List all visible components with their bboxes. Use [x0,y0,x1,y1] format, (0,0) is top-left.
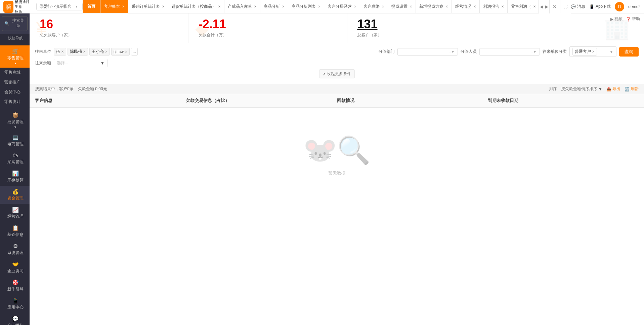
tab-product-analysis-list[interactable]: 商品分析列表 ✕ [288,0,324,13]
user-avatar[interactable]: D [615,2,624,11]
newbie-icon: 🎯 [12,279,19,286]
sidebar-item-finance[interactable]: 💰 资金管理 [0,186,30,204]
stat-info-total: 131 总客户（家） [357,18,382,38]
close-icon[interactable]: ✕ [254,5,257,8]
tag-close-cj[interactable]: ✕ [125,50,127,53]
tab-home[interactable]: 首页 [83,0,100,13]
close-icon[interactable]: ✕ [218,5,221,8]
close-icon[interactable]: ✕ [318,5,320,8]
tab-fullscreen[interactable]: ⛶ [560,0,571,13]
amount-filter-label: 往来余额 [35,60,51,66]
tab-purchase-order-stats[interactable]: 采购订单统计表 ✕ [128,0,168,13]
close-icon[interactable]: ✕ [162,5,165,8]
sidebar-item-inventory[interactable]: 📊 库存核算 [0,168,30,186]
person-select-dots[interactable]: ··· [529,49,533,54]
tab-customer-ledger[interactable]: 客户账本 ✕ [100,0,128,13]
sidebar-item-operations[interactable]: 📈 经营管理 [0,204,30,222]
dept-select-dots[interactable]: ··· [447,49,451,54]
filter-row-2: 往来余额 选择... ▼ [35,59,639,67]
query-button[interactable]: 查询 [619,47,639,57]
unit-type-tag-normal: 普通客户 ✕ [572,48,597,56]
tab-inbound-stats[interactable]: 进货单统计表（按商品） ✕ [168,0,224,13]
help-btn[interactable]: ❓ 帮助 [626,16,640,22]
close-icon[interactable]: ✕ [354,5,356,8]
username-label[interactable]: demo2 [628,4,641,9]
tab-add-commission[interactable]: 新增提成方案 ✕ [416,0,452,13]
finance-icon: 💰 [12,188,19,195]
sidebar-item-purchase[interactable]: 🛍 采购管理 [0,150,30,168]
basic-info-icon: 📋 [12,225,19,231]
dept-select[interactable]: ··· ▼ [397,48,458,56]
sidebar-item-wechat[interactable]: 💬 企业微信 [0,313,30,325]
tab-customer-tier[interactable]: 客户分层经营 ✕ [324,0,360,13]
message-btn[interactable]: 💬 消息 [571,4,585,9]
unit-tag-wang: 王小亮 ✕ [89,48,110,56]
close-icon[interactable]: ✕ [122,5,125,8]
search-result-actions: 排序：按欠款金额倒序排序 ▼ 📤 导出 🔄 刷新 [549,86,639,92]
tab-business-overview[interactable]: 经营情况 ✕ [452,0,480,13]
sidebar-item-enterprise-collab[interactable]: 🤝 企业协同 [0,258,30,277]
refresh-button[interactable]: 🔄 刷新 [625,86,639,92]
tab-close-all[interactable]: ✕ [549,0,560,13]
sidebar-item-newbie[interactable]: 🎯 新手引导 [0,277,30,295]
system-selector[interactable]: 母婴行业演示帐套 ▼ [36,3,83,10]
close-icon[interactable]: ✕ [473,5,476,8]
filter-area: 往来单位 伍 ✕ 陈民强 ✕ 王小亮 ✕ [30,43,644,84]
sidebar-search-area: 🔍 搜索菜单 [0,13,30,34]
search-menu-btn[interactable]: 🔍 搜索菜单 [2,16,28,31]
sidebar-sub-retail-mall[interactable]: 零售商城 [0,68,30,77]
tag-close-wu[interactable]: ✕ [61,50,64,53]
tab-scroll-left[interactable]: ◀ [539,0,544,13]
tab-scroll-right[interactable]: ▶ [544,0,549,13]
close-icon[interactable]: ✕ [445,5,448,8]
table-area: 客户信息 欠款交易信息（占比） 回款情况 到期未收款日期 🐭🔍 暂无数据 [30,94,644,325]
logo-text: 畅捷通好生意 标版 [15,0,33,14]
video-help-btn[interactable]: ▶ 视频 [610,16,622,22]
sidebar-sub-retail-stats[interactable]: 零售统计 [0,97,30,107]
tag-close-normal[interactable]: ✕ [592,50,595,53]
top-bar: 畅 畅捷通好生意 标版 母婴行业演示帐套 ▼ 首页 客户账本 ✕ 采购订单统计表… [0,0,644,13]
sidebar-sub-marketing[interactable]: 营销推广 [0,77,30,87]
refresh-icon: 🔄 [625,87,630,92]
tag-close-wang[interactable]: ✕ [105,50,108,53]
tab-commission-settings[interactable]: 提成设置 ✕ [388,0,416,13]
tab-profit-report[interactable]: 利润报告 ✕ [480,0,508,13]
tag-close-chen[interactable]: ✕ [83,50,86,53]
dept-chevron-down-icon: ▼ [451,49,455,54]
sidebar-item-retail[interactable]: 🛒 零售管理 ▲ [0,45,30,68]
content-area: ¥ 16 总欠款客户（家） ◆ -2.11 欠款合计（万） 🏢 131 [30,13,644,325]
empty-text: 暂无数据 [328,170,346,176]
sidebar-item-wholesale[interactable]: 📦 批发管理 ▼ [0,109,30,132]
tab-customer-contact[interactable]: 客户联络 ✕ [360,0,388,13]
unit-tags-more-btn[interactable]: ... [131,48,138,56]
unit-type-select[interactable]: 普通客户 ✕ ▼ [569,46,616,57]
operations-icon: 📈 [12,207,19,213]
person-select[interactable]: ··· ▼ [479,48,540,56]
amount-select[interactable]: 选择... ▼ [54,59,108,67]
sidebar-item-ecommerce[interactable]: 💻 电商管理 [0,132,30,150]
sidebar-sub-members[interactable]: 会员中心 [0,87,30,97]
collapse-icon: ∧ [323,72,326,76]
close-icon[interactable]: ✕ [533,5,536,8]
retail-icon: 🛒 [12,48,19,55]
close-icon[interactable]: ✕ [410,5,412,8]
app-download-btn[interactable]: 📱 App下载 [589,4,611,9]
close-icon[interactable]: ✕ [382,5,384,8]
tab-product-analysis[interactable]: 商品分析 ✕ [260,0,288,13]
wholesale-icon: 📦 [12,112,19,118]
tab-retail-profit[interactable]: 零售利润（ ✕ [508,0,539,13]
collapse-filter-btn[interactable]: ∧ 收起更多条件 [319,69,355,78]
table-col-repayment: 回款情况 [337,98,488,104]
chevron-down-icon: ▼ [75,5,78,8]
tab-finished-product[interactable]: 产成品入库单 ✕ [224,0,260,13]
sidebar-item-system[interactable]: ⚙ 系统管理 [0,240,30,258]
sidebar-item-appstore[interactable]: 📱 应用中心 [0,295,30,313]
close-icon[interactable]: ✕ [282,5,285,8]
close-icon[interactable]: ✕ [501,5,504,8]
sort-button[interactable]: 排序：按欠款金额倒序排序 ▼ [549,86,602,92]
sidebar-item-quick-nav[interactable]: 快捷导航 [0,34,30,43]
dept-filter-label: 分管部门 [379,49,395,55]
table-col-overdue-info: 欠款交易信息（占比） [186,98,337,104]
export-button[interactable]: 📤 导出 [606,86,620,92]
sidebar-item-basic-info[interactable]: 📋 基础信息 [0,222,30,240]
